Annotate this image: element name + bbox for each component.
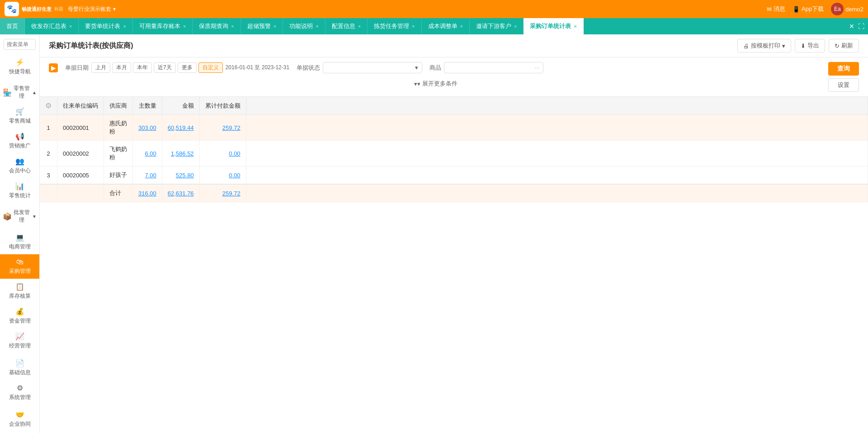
tab-baozhiqi[interactable]: 保质期查询 × bbox=[193, 18, 241, 34]
tab-gongneng[interactable]: 功能说明 × bbox=[283, 18, 325, 34]
ecommerce-icon: 💻 bbox=[15, 233, 24, 242]
sidebar-item-retail-stat[interactable]: 📊 零售统计 bbox=[0, 178, 39, 203]
settings-button[interactable]: 设置 bbox=[828, 78, 859, 92]
close-tab-keyong[interactable]: × bbox=[183, 24, 186, 29]
close-tab-caigou[interactable]: × bbox=[574, 24, 576, 29]
sidebar-item-label-retail-shop: 零售商城 bbox=[9, 117, 31, 125]
username-label: demo2 bbox=[845, 6, 863, 13]
user-avatar[interactable]: Ea demo2 bbox=[831, 3, 863, 15]
tab-peizhi[interactable]: 配置信息 × bbox=[326, 18, 368, 34]
expand-row: ▾▾ 展开更多条件 bbox=[49, 77, 823, 88]
row3-paid[interactable]: 0.00 bbox=[199, 167, 246, 185]
tab-keyong[interactable]: 可用量库存账本 × bbox=[133, 18, 193, 34]
row1-qty[interactable]: 303.00 bbox=[133, 115, 162, 141]
date-custom-badge[interactable]: 自定义 bbox=[198, 62, 223, 73]
row2-paid[interactable]: 0.00 bbox=[199, 141, 246, 167]
maximize-icon[interactable]: ⛶ bbox=[858, 23, 864, 30]
date-this-month-button[interactable]: 本月 bbox=[112, 62, 131, 73]
close-tab-shoufa[interactable]: × bbox=[69, 24, 72, 29]
close-tab-peizhi[interactable]: × bbox=[358, 24, 361, 29]
sidebar-item-corp[interactable]: 🤝 企业协同 bbox=[0, 407, 39, 432]
member-icon: 👥 bbox=[15, 157, 24, 166]
close-tab-chaochu[interactable]: × bbox=[274, 24, 276, 29]
export-button[interactable]: ⬇ 导出 bbox=[795, 39, 825, 52]
row2-amount[interactable]: 1,586.52 bbox=[162, 141, 199, 167]
col-supplier-header: 供应商 bbox=[104, 97, 133, 115]
expand-more-button[interactable]: ▾▾ 展开更多条件 bbox=[414, 77, 458, 88]
filter-toggle-button[interactable]: ▶ bbox=[49, 63, 58, 72]
row1-paid[interactable]: 259.72 bbox=[199, 115, 246, 141]
tab-chaochu[interactable]: 超储预警 × bbox=[241, 18, 283, 34]
footer-empty2 bbox=[57, 184, 104, 202]
close-tab-baozhiqi[interactable]: × bbox=[231, 24, 234, 29]
sidebar-item-label-operation: 经营管理 bbox=[9, 342, 31, 350]
sidebar-item-label-corp: 企业协同 bbox=[9, 420, 31, 428]
refresh-icon: ↻ bbox=[835, 43, 840, 49]
tab-yaoqing[interactable]: 邀请下游客户 × bbox=[470, 18, 524, 34]
row1-code: 00020001 bbox=[57, 115, 104, 141]
sidebar-item-label-member: 会员中心 bbox=[9, 167, 31, 175]
sidebar-item-retail[interactable]: 🏪 零售管理 ▲ bbox=[0, 81, 39, 104]
template-print-button[interactable]: 🖨 按模板打印 ▾ bbox=[737, 39, 791, 52]
sidebar-item-label-retail-stat: 零售统计 bbox=[9, 192, 31, 200]
workspace-selector[interactable]: 母婴行业演示账套 ▾ bbox=[68, 5, 116, 13]
retail-stat-icon: 📊 bbox=[15, 182, 24, 190]
row2-code: 00020002 bbox=[57, 141, 104, 167]
table-footer: 合计 316.00 62,631.76 259.72 bbox=[40, 184, 868, 202]
sidebar-item-retail-shop[interactable]: 🛒 零售商城 bbox=[0, 104, 39, 128]
column-settings-icon[interactable]: ⚙ bbox=[45, 102, 52, 109]
row2-qty[interactable]: 6.00 bbox=[133, 141, 162, 167]
close-all-tabs-icon[interactable]: ✕ bbox=[849, 23, 854, 30]
sidebar-item-wholesale[interactable]: 📦 批发管理 ▼ bbox=[0, 205, 39, 228]
avatar-image: Ea bbox=[831, 3, 844, 15]
sidebar-item-member[interactable]: 👥 会员中心 bbox=[0, 153, 39, 178]
tab-paihuo[interactable]: 拣货任务管理 × bbox=[368, 18, 421, 34]
message-button[interactable]: ✉ 消息 bbox=[767, 5, 785, 13]
row3-qty[interactable]: 7.00 bbox=[133, 167, 162, 185]
page-actions: 🖨 按模板打印 ▾ ⬇ 导出 ↻ 刷新 bbox=[737, 39, 859, 52]
footer-extra bbox=[246, 184, 868, 202]
sidebar-search-area bbox=[0, 34, 39, 54]
date-7days-button[interactable]: 近7天 bbox=[154, 62, 176, 73]
message-icon: ✉ bbox=[767, 6, 772, 13]
table-body: 1 00020001 惠氏奶粉 303.00 60,519.44 259.72 … bbox=[40, 115, 868, 185]
sidebar-item-quick[interactable]: ⚡ 快捷导航 bbox=[0, 54, 39, 79]
tab-shoufa[interactable]: 收发存汇总表 × bbox=[25, 18, 79, 34]
app-download-button[interactable]: 📱 App下载 bbox=[793, 5, 824, 13]
row3-no: 3 bbox=[40, 167, 57, 185]
date-this-year-button[interactable]: 本年 bbox=[133, 62, 152, 73]
search-input[interactable] bbox=[4, 39, 36, 50]
sidebar-item-system[interactable]: ⚙ 系统管理 bbox=[0, 380, 39, 405]
workspace-arrow-icon: ▾ bbox=[113, 6, 116, 12]
col-settings-header[interactable]: ⚙ bbox=[40, 97, 57, 115]
sidebar-item-basic[interactable]: 📄 基础信息 bbox=[0, 355, 39, 380]
row3-amount[interactable]: 525.80 bbox=[162, 167, 199, 185]
goods-input[interactable]: ··· bbox=[444, 62, 543, 73]
close-tab-gongneng[interactable]: × bbox=[316, 24, 318, 29]
sidebar-item-marketing[interactable]: 📢 营销推广 bbox=[0, 128, 39, 153]
sidebar-item-operation[interactable]: 📈 经营管理 bbox=[0, 328, 39, 353]
close-tab-chengben[interactable]: × bbox=[460, 24, 463, 29]
date-more-button[interactable]: 更多 bbox=[178, 62, 197, 73]
tab-yaohuodan[interactable]: 要货单统计表 × bbox=[79, 18, 132, 34]
sidebar-item-inventory[interactable]: 📋 库存核算 bbox=[0, 279, 39, 304]
row1-amount[interactable]: 60,519.44 bbox=[162, 115, 199, 141]
tab-home[interactable]: 首页 bbox=[0, 18, 25, 34]
query-button[interactable]: 查询 bbox=[828, 62, 859, 76]
sidebar-item-finance[interactable]: 💰 资金管理 bbox=[0, 304, 39, 328]
date-last-month-button[interactable]: 上月 bbox=[91, 62, 110, 73]
close-tab-yaoqing[interactable]: × bbox=[514, 24, 517, 29]
close-tab-yaohuodan[interactable]: × bbox=[123, 24, 126, 29]
printer-icon: 🖨 bbox=[743, 43, 749, 49]
sidebar-item-ecommerce[interactable]: 💻 电商管理 bbox=[0, 229, 39, 254]
col-code-header: 往来单位编码 bbox=[57, 97, 104, 115]
refresh-button[interactable]: ↻ 刷新 bbox=[829, 39, 859, 52]
status-select[interactable]: ▾ bbox=[323, 62, 422, 73]
close-tab-paihuo[interactable]: × bbox=[412, 24, 415, 29]
row1-extra bbox=[246, 115, 868, 141]
tab-chengben[interactable]: 成本调整单 × bbox=[422, 18, 470, 34]
sidebar-item-purchase[interactable]: 🛍 采购管理 bbox=[0, 254, 39, 279]
tab-caigou[interactable]: 采购订单统计表 × bbox=[524, 18, 583, 34]
status-filter-group: 单据状态 ▾ bbox=[297, 62, 422, 73]
logo-text: 畅捷通好生意 bbox=[22, 6, 52, 13]
